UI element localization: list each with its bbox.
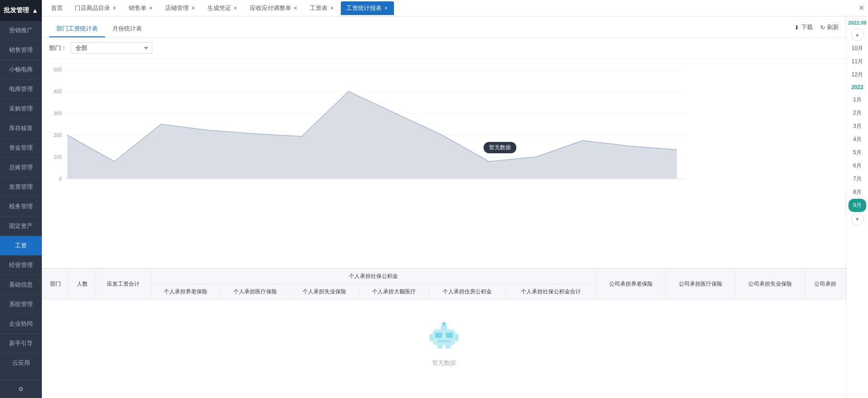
timeline-2022-11[interactable]: 11月 (847, 55, 868, 68)
sub-tab-month-stats[interactable]: 月份统计表 (105, 21, 149, 37)
sidebar-item-system[interactable]: 系统管理 (0, 295, 42, 314)
sub-tab-bar: 部门工资统计表 月份统计表 ⬇ 下载 ↻ 刷新 (42, 16, 846, 38)
timeline-down-button[interactable]: ▼ (851, 213, 864, 226)
th-company-medical: 公司承担医疗保险 (666, 269, 736, 300)
sidebar-item-basic-info[interactable]: 基础信息 (0, 275, 42, 295)
sub-tab-dept-stats[interactable]: 部门工资统计表 (49, 21, 105, 37)
sidebar-arrow-icon: ▲ (32, 7, 38, 14)
svg-rect-20 (437, 345, 443, 348)
sidebar: 批发管理 ▲ 营销推广 销售管理 小畅电商 电商管理 采购管理 库存核算 资金管… (0, 0, 42, 398)
sidebar-item-cloud[interactable]: 云应用 (0, 353, 42, 373)
tab-ar-ap-adjustment[interactable]: 应收应付调整单 × (244, 1, 303, 15)
tab-close-store-management[interactable]: × (191, 5, 196, 11)
timeline-month-5[interactable]: 5月 (847, 146, 868, 159)
data-table: 部门 人数 应发工资合计 个人承担社保公积金 公司承担养老保险 公司承担医疗保险… (42, 268, 846, 300)
sidebar-item-payroll[interactable]: 工资 (0, 236, 42, 256)
toolbar-left: 部门： 全部 销售部 采购部 财务部 行政部 (49, 42, 152, 54)
tab-bar: 首页 门店商品目录 × 销售单 × 店铺管理 × 生成凭证 × 应收应付调整单 … (42, 0, 868, 16)
no-data-robot-icon (426, 318, 462, 354)
timeline-2022-10[interactable]: 10月 (847, 42, 868, 55)
th-company-other: 公司承担 (805, 269, 846, 300)
tab-sales-order[interactable]: 销售单 × (123, 1, 159, 15)
sidebar-item-cooperation[interactable]: 企业协同 (0, 314, 42, 334)
refresh-icon: ↻ (820, 24, 825, 31)
th-personal-housing: 个人承担住房公积金 (429, 284, 505, 300)
timeline-month-7[interactable]: 7月 (847, 172, 868, 186)
svg-point-17 (442, 322, 446, 326)
sidebar-item-guide[interactable]: 新手引导 (0, 334, 42, 353)
timeline-up-button[interactable]: ▲ (851, 28, 864, 41)
svg-rect-21 (445, 345, 451, 348)
th-total-wage: 应发工资合计 (96, 269, 151, 300)
svg-text:300: 300 (54, 111, 62, 116)
svg-text:500: 500 (54, 67, 62, 72)
sidebar-item-inventory[interactable]: 库存核算 (0, 119, 42, 138)
svg-rect-19 (455, 334, 459, 341)
th-personal-unemployment: 个人承担失业保险 (290, 284, 359, 300)
tab-store-management[interactable]: 店铺管理 × (160, 1, 201, 15)
dept-label: 部门： (49, 44, 67, 52)
tab-close-generate-voucher[interactable]: × (233, 5, 238, 11)
no-data-label: 暂无数据 (432, 359, 456, 367)
chart-area: 500 400 300 200 100 0 (42, 59, 846, 268)
svg-text:100: 100 (54, 154, 62, 160)
download-icon: ⬇ (794, 24, 799, 31)
chart-tooltip: 暂无数据 (484, 142, 516, 153)
sidebar-item-xiaochangec[interactable]: 小畅电商 (0, 60, 42, 80)
tab-close-payroll-report[interactable]: × (384, 5, 389, 11)
sidebar-item-ledger[interactable]: 总账管理 (0, 158, 42, 177)
tab-close-payroll[interactable]: × (329, 5, 334, 11)
tab-close-sales-order[interactable]: × (148, 5, 153, 11)
sidebar-item-sales[interactable]: 销售管理 (0, 40, 42, 60)
toolbar: 部门： 全部 销售部 采购部 财务部 行政部 (42, 38, 846, 59)
tab-bar-close-all[interactable]: ✕ (858, 4, 864, 12)
th-personal-medical: 个人承担医疗保险 (220, 284, 290, 300)
timeline-month-8[interactable]: 8月 (847, 186, 868, 199)
sidebar-item-operations[interactable]: 经营管理 (0, 256, 42, 275)
th-company-old: 公司承担养老保险 (596, 269, 666, 300)
svg-rect-13 (435, 333, 442, 338)
refresh-button[interactable]: ↻ 刷新 (820, 23, 839, 31)
timeline-2022-12[interactable]: 12月 (847, 68, 868, 81)
sidebar-item-tax[interactable]: 税务管理 (0, 197, 42, 217)
sidebar-item-marketing[interactable]: 营销推广 (0, 21, 42, 40)
timeline-month-2[interactable]: 2月 (847, 106, 868, 120)
timeline-month-4[interactable]: 4月 (847, 133, 868, 146)
no-data-area: 暂无数据 (42, 300, 846, 385)
sidebar-item-invoice[interactable]: 发票管理 (0, 177, 42, 197)
table-area: 部门 人数 应发工资合计 个人承担社保公积金 公司承担养老保险 公司承担医疗保险… (42, 268, 846, 398)
timeline-month-6[interactable]: 6月 (847, 159, 868, 172)
sidebar-settings-button[interactable]: ⚙ (0, 380, 42, 398)
th-personal-social: 个人承担社保公积金 (151, 269, 596, 284)
sidebar-item-purchase[interactable]: 采购管理 (0, 99, 42, 119)
tab-store-products[interactable]: 门店商品目录 × (69, 1, 122, 15)
th-personal-large-medical: 个人承担大额医疗 (359, 284, 429, 300)
th-dept: 部门 (42, 269, 69, 300)
timeline-panel: 2022.09 ▲ 10月 11月 12月 2022 1月 2月 3月 (846, 16, 868, 398)
tab-bar-right: ✕ (858, 4, 864, 12)
sidebar-item-fixed-asset[interactable]: 固定资产 (0, 217, 42, 236)
tab-close-store-products[interactable]: × (112, 5, 117, 11)
timeline-year-2022[interactable]: 2022 (847, 81, 868, 93)
tab-generate-voucher[interactable]: 生成凭证 × (202, 1, 243, 15)
timeline-month-9[interactable]: 9月 (848, 199, 866, 212)
tab-payroll-report[interactable]: 工资统计报表 × (341, 1, 394, 15)
th-company-unemployment: 公司承担失业保险 (736, 269, 805, 300)
tab-payroll[interactable]: 工资表 × (304, 1, 340, 15)
main-area: 首页 门店商品目录 × 销售单 × 店铺管理 × 生成凭证 × 应收应付调整单 … (42, 0, 868, 398)
tab-home[interactable]: 首页 (45, 1, 68, 15)
timeline-month-3[interactable]: 3月 (847, 120, 868, 133)
download-button[interactable]: ⬇ 下载 (794, 23, 813, 31)
dept-select[interactable]: 全部 销售部 采购部 财务部 行政部 (71, 42, 152, 54)
timeline-month-1[interactable]: 1月 (847, 93, 868, 106)
svg-rect-18 (429, 334, 433, 341)
tab-close-ar-ap-adjustment[interactable]: × (293, 5, 298, 11)
chart-container: 500 400 300 200 100 0 (49, 62, 839, 199)
svg-text:200: 200 (54, 132, 62, 138)
sidebar-item-finance[interactable]: 资金管理 (0, 138, 42, 158)
content-area: 部门工资统计表 月份统计表 ⬇ 下载 ↻ 刷新 (42, 16, 868, 398)
sidebar-header[interactable]: 批发管理 ▲ (0, 0, 42, 21)
sidebar-item-ecommerce[interactable]: 电商管理 (0, 80, 42, 99)
th-personal-old: 个人承担养老保险 (151, 284, 220, 300)
svg-rect-14 (446, 333, 453, 338)
